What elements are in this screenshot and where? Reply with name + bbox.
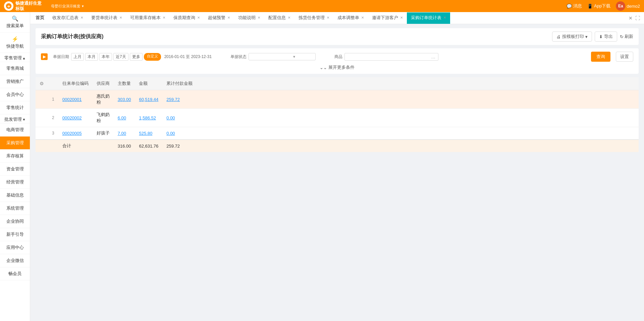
cell-quantity-2[interactable]: 7.00 xyxy=(114,127,135,140)
svg-point-1 xyxy=(8,6,9,7)
workspace-selector[interactable]: 母婴行业演示账套 ▾ xyxy=(51,4,84,9)
cell-unitcode-2[interactable]: 00020005 xyxy=(58,127,93,140)
print-button[interactable]: 🖨 按模板打印 ▾ xyxy=(552,32,592,42)
shortcut-7days[interactable]: 近7天 xyxy=(113,53,128,61)
shortcut-more[interactable]: 更多 xyxy=(130,53,143,61)
cell-rownum-2: 3 xyxy=(48,127,58,140)
sidebar-item-member[interactable]: 会员中心 xyxy=(0,88,30,101)
tab-available-inventory-close-icon[interactable]: ✕ xyxy=(163,16,165,19)
sidebar-item-purchase[interactable]: 采购管理 xyxy=(0,137,30,150)
tab-close-all-icon[interactable]: ✕ xyxy=(629,15,633,21)
cell-amount-0[interactable]: 60,519.44 xyxy=(135,90,162,109)
sidebar-item-system-label: 系统管理 xyxy=(6,205,24,211)
shortcut-custom[interactable]: 自定义 xyxy=(144,53,161,61)
tab-shelf-life-close-icon[interactable]: ✕ xyxy=(197,16,200,19)
date-filter: 单据日期 上月 本月 本年 近7天 更多 自定义 2016-01-01 至 20… xyxy=(53,53,212,61)
sidebar-item-finance[interactable]: 资金管理 xyxy=(0,163,30,176)
tab-invite-downstream[interactable]: 邀请下游客户 ✕ xyxy=(368,12,407,24)
tab-cost-adjust[interactable]: 成本调整单 ✕ xyxy=(333,12,368,24)
tab-purchase-stat-close-icon[interactable]: ✕ xyxy=(443,16,446,19)
cell-paid-0[interactable]: 259.72 xyxy=(162,90,197,109)
sidebar-item-search[interactable]: 🔍 搜索菜单 xyxy=(0,12,30,33)
cell-amount-2[interactable]: 525.80 xyxy=(135,127,162,140)
logo-text: 畅捷通好生意 标版 xyxy=(15,1,42,11)
sidebar-item-retail-stat[interactable]: 零售统计 xyxy=(0,101,30,114)
export-button[interactable]: ⬇ 导出 xyxy=(595,32,617,42)
sidebar-item-retail[interactable]: 零售管理 ▲ xyxy=(0,53,30,62)
sidebar-item-basic-info[interactable]: 基础信息 xyxy=(0,189,30,202)
tab-over-stock-close-icon[interactable]: ✕ xyxy=(227,16,230,19)
sidebar-item-ecommerce[interactable]: 电商管理 xyxy=(0,123,30,137)
sidebar-item-wholesale[interactable]: 批发管理 ▼ xyxy=(0,114,30,123)
settings-button[interactable]: 设置 xyxy=(616,52,633,62)
tab-pick-task[interactable]: 拣货任务管理 ✕ xyxy=(294,12,333,24)
sidebar-item-retail-mall-label: 零售商城 xyxy=(6,65,24,71)
tab-invite-downstream-close-icon[interactable]: ✕ xyxy=(400,16,403,19)
sidebar-item-marketing[interactable]: 营销推广 xyxy=(0,75,30,88)
table-body: 1 00020001 惠氏奶粉 303.00 60,519.44 259.72 … xyxy=(36,90,639,140)
sidebar-item-inventory[interactable]: 库存核算 xyxy=(0,150,30,163)
tab-purchase-stat[interactable]: 采购订单统计表 ✕ xyxy=(407,12,450,24)
page-actions: 🖨 按模板打印 ▾ ⬇ 导出 ↻ 刷新 xyxy=(552,32,633,42)
footer-supplier-cell xyxy=(93,140,114,152)
app-download-btn[interactable]: 📱 App下载 xyxy=(587,3,610,9)
tab-requisition[interactable]: 要货单统计表 ✕ xyxy=(87,12,126,24)
sidebar-item-operations[interactable]: 经营管理 xyxy=(0,176,30,189)
message-btn[interactable]: 💬 消息 xyxy=(567,3,582,9)
sidebar-item-system[interactable]: 系统管理 xyxy=(0,202,30,215)
cell-amount-1[interactable]: 1,586.52 xyxy=(135,109,162,127)
sidebar-item-enterprise-coop[interactable]: 企业协同 xyxy=(0,215,30,228)
footer-label-cell: 合计 xyxy=(58,140,93,152)
tab-receivable-close-icon[interactable]: ✕ xyxy=(80,16,83,19)
tab-function-desc-close-icon[interactable]: ✕ xyxy=(258,16,260,19)
cell-unitcode-0[interactable]: 00020001 xyxy=(58,90,93,109)
user-profile[interactable]: Ea demo2 xyxy=(616,1,640,11)
print-icon: 🖨 xyxy=(556,34,561,39)
sidebar-item-new-guide[interactable]: 新手引导 xyxy=(0,228,30,241)
tab-requisition-close-icon[interactable]: ✕ xyxy=(119,16,122,19)
sidebar-item-enterprise-coop-label: 企业协同 xyxy=(6,218,24,224)
sidebar-item-app-center[interactable]: 应用中心 xyxy=(0,241,30,254)
refresh-button[interactable]: ↻ 刷新 xyxy=(620,34,633,40)
tab-pick-task-close-icon[interactable]: ✕ xyxy=(327,16,329,19)
sidebar-item-quick-nav[interactable]: ⚡ 快捷导航 xyxy=(0,33,30,53)
tab-function-desc[interactable]: 功能说明 ✕ xyxy=(234,12,264,24)
cell-unitcode-1[interactable]: 00020002 xyxy=(58,109,93,127)
export-icon: ⬇ xyxy=(599,34,603,39)
retail-arrow-icon: ▲ xyxy=(22,56,26,60)
cell-quantity-0[interactable]: 303.00 xyxy=(114,90,135,109)
cell-quantity-1[interactable]: 6.00 xyxy=(114,109,135,127)
cell-rownum-1: 2 xyxy=(48,109,58,127)
tab-home-label: 首页 xyxy=(36,15,44,21)
tab-cost-adjust-close-icon[interactable]: ✕ xyxy=(361,16,364,19)
expand-down-icon: ⌄⌄ xyxy=(320,65,327,70)
query-button[interactable]: 查询 xyxy=(591,52,610,62)
workspace-name: 母婴行业演示账套 xyxy=(51,4,80,9)
tab-config-info-close-icon[interactable]: ✕ xyxy=(288,16,290,19)
cell-paid-2[interactable]: 0.00 xyxy=(162,127,197,140)
tab-fullscreen-icon[interactable]: ⛶ xyxy=(635,15,640,21)
tab-home[interactable]: 首页 xyxy=(32,12,48,24)
print-dropdown-icon: ▾ xyxy=(585,34,588,39)
tab-receivable[interactable]: 收发存汇总表 ✕ xyxy=(48,12,87,24)
tab-available-inventory[interactable]: 可用量库存账本 ✕ xyxy=(126,12,169,24)
tab-over-stock[interactable]: 超储预警 ✕ xyxy=(204,12,234,24)
goods-input[interactable]: … xyxy=(344,53,438,61)
sidebar-item-retail-mall[interactable]: 零售商城 xyxy=(0,62,30,75)
tab-function-desc-label: 功能说明 xyxy=(238,15,256,21)
expand-more-btn[interactable]: ⌄⌄ 展开更多条件 xyxy=(41,64,633,70)
cell-extra-1 xyxy=(197,109,639,127)
tab-config-info[interactable]: 配置信息 ✕ xyxy=(264,12,294,24)
sidebar-item-member2[interactable]: 畅会员 xyxy=(0,267,30,280)
shortcut-this-month[interactable]: 本月 xyxy=(85,53,98,61)
sidebar-item-enterprise-wechat[interactable]: 企业微信 xyxy=(0,254,30,267)
shortcut-this-year[interactable]: 本年 xyxy=(99,53,112,61)
date-filter-label: 单据日期 xyxy=(53,54,69,60)
column-settings-icon[interactable]: ⚙ xyxy=(40,81,44,86)
shortcut-last-month[interactable]: 上月 xyxy=(71,53,84,61)
cell-paid-1[interactable]: 0.00 xyxy=(162,109,197,127)
status-select[interactable]: ▾ xyxy=(249,53,316,60)
tab-shelf-life[interactable]: 保质期查询 ✕ xyxy=(169,12,204,24)
cell-settings-2 xyxy=(36,127,48,140)
filter-expand-arrow[interactable]: ▶ xyxy=(41,53,48,60)
